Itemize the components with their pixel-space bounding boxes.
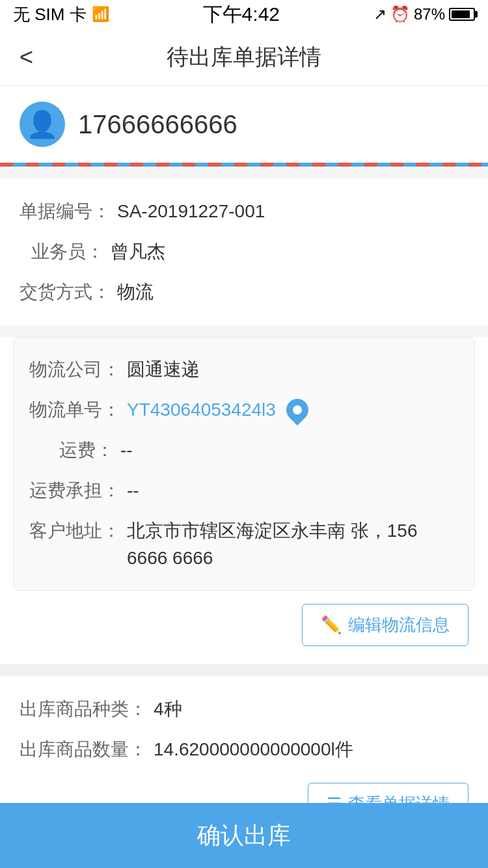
alarm-icon: ⏰: [390, 5, 410, 23]
goods-section: 出库商品种类： 4种 出库商品数量： 14.620000000000000l件: [0, 676, 488, 783]
carrier-text: 无 SIM 卡: [13, 3, 87, 26]
freight-bearer-label: 运费承担：: [29, 477, 127, 504]
goods-quantity-row: 出库商品数量： 14.620000000000000l件: [20, 736, 468, 763]
delivery-method-row: 交货方式： 物流: [20, 278, 468, 306]
logistics-company-label: 物流公司：: [29, 356, 127, 383]
freight-row: 运费： --: [29, 437, 459, 464]
document-number-value: SA-20191227-001: [117, 198, 468, 225]
status-bar: 无 SIM 卡 📶 下午4:42 ↗ ⏰ 87%: [0, 0, 488, 29]
location-icon[interactable]: [282, 394, 313, 426]
salesman-label: 业务员：: [20, 238, 111, 265]
avatar: 👤: [20, 102, 65, 147]
status-right: ↗ ⏰ 87%: [373, 5, 475, 23]
freight-value: --: [120, 437, 459, 464]
user-phone: 17666666666: [78, 110, 237, 139]
edit-logistics-label: 编辑物流信息: [348, 614, 450, 636]
back-icon: <: [20, 44, 33, 70]
document-info-section: 单据编号： SA-20191227-001 业务员： 曾凡杰 交货方式： 物流: [0, 178, 488, 325]
location-status-icon: ↗: [373, 5, 386, 23]
delivery-method-label: 交货方式：: [20, 278, 117, 306]
status-time: 下午4:42: [203, 1, 280, 28]
edit-logistics-button[interactable]: ✏️ 编辑物流信息: [302, 604, 468, 646]
address-label: 客户地址：: [29, 517, 127, 545]
delivery-method-value: 物流: [117, 278, 468, 306]
goods-quantity-value: 14.620000000000000l件: [154, 736, 468, 763]
salesman-value: 曾凡杰: [111, 238, 468, 265]
salesman-row: 业务员： 曾凡杰: [20, 238, 468, 265]
status-left: 无 SIM 卡 📶: [13, 3, 109, 26]
avatar-icon: 👤: [26, 109, 59, 140]
tracking-number-row: 物流单号： YT43064053424l3: [29, 396, 459, 424]
wifi-icon: 📶: [92, 6, 109, 23]
dashed-divider: [0, 163, 488, 167]
freight-bearer-value: --: [127, 477, 459, 504]
freight-bearer-row: 运费承担： --: [29, 477, 459, 504]
goods-quantity-label: 出库商品数量：: [20, 736, 154, 763]
goods-types-label: 出库商品种类：: [20, 696, 154, 723]
gray-divider: [0, 664, 488, 676]
logistics-card: 物流公司： 圆通速递 物流单号： YT43064053424l3 运费： -- …: [13, 337, 475, 591]
battery-fill: [452, 10, 470, 18]
edit-icon: ✏️: [321, 615, 342, 635]
document-number-label: 单据编号：: [20, 198, 117, 225]
tracking-number-text: YT43064053424l3: [127, 396, 276, 424]
confirm-bar[interactable]: 确认出库: [0, 803, 488, 868]
address-row: 客户地址： 北京市市辖区海淀区永丰南 张，156 6666 6666: [29, 517, 459, 572]
logistics-company-value: 圆通速递: [127, 356, 459, 383]
confirm-text: 确认出库: [197, 820, 291, 852]
tracking-number-value: YT43064053424l3: [127, 396, 459, 424]
tracking-number-label: 物流单号：: [29, 396, 127, 424]
edit-logistics-area: ✏️ 编辑物流信息: [0, 591, 488, 664]
logistics-wrapper: 物流公司： 圆通速递 物流单号： YT43064053424l3 运费： -- …: [0, 337, 488, 591]
battery-percent: 87%: [414, 5, 445, 23]
address-value: 北京市市辖区海淀区永丰南 张，156 6666 6666: [127, 517, 459, 572]
logistics-company-row: 物流公司： 圆通速递: [29, 356, 459, 383]
page-title: 待出库单据详情: [167, 42, 321, 72]
nav-bar: < 待出库单据详情: [0, 29, 488, 86]
user-header: 👤 17666666666: [0, 86, 488, 163]
goods-types-row: 出库商品种类： 4种: [20, 696, 468, 723]
document-number-row: 单据编号： SA-20191227-001: [20, 198, 468, 225]
back-button[interactable]: <: [20, 44, 33, 71]
freight-label: 运费：: [29, 437, 120, 464]
goods-types-value: 4种: [154, 696, 468, 723]
battery-icon: [449, 8, 475, 21]
